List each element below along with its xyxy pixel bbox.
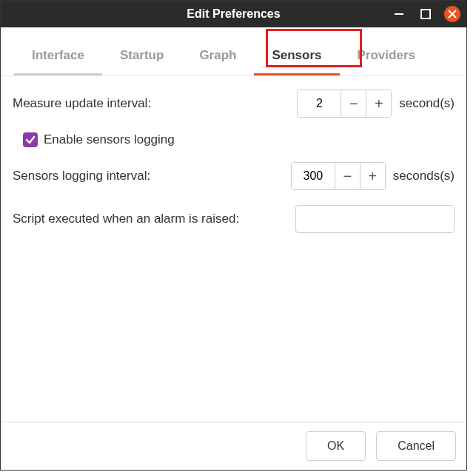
tab-graph[interactable]: Graph: [181, 39, 254, 75]
window-title: Edit Preferences: [187, 7, 280, 21]
measure-interval-unit: second(s): [399, 96, 455, 111]
tab-bar: Interface Startup Graph Sensors Provider…: [1, 27, 466, 76]
window-controls: [391, 1, 460, 27]
maximize-button[interactable]: [418, 6, 434, 22]
measure-interval-label: Measure update interval:: [13, 96, 151, 111]
enable-logging-label: Enable sensors logging: [44, 132, 175, 147]
alarm-script-input[interactable]: [295, 205, 455, 233]
close-icon: [448, 10, 457, 18]
preferences-dialog: Edit Preferences Interface Startup Graph…: [0, 0, 467, 471]
logging-increment-button[interactable]: +: [360, 163, 385, 189]
logging-interval-label: Sensors logging interval:: [13, 169, 150, 183]
tab-interface[interactable]: Interface: [14, 39, 102, 75]
alarm-script-row: Script executed when an alarm is raised:: [13, 205, 455, 233]
tab-providers[interactable]: Providers: [340, 39, 433, 75]
measure-interval-input[interactable]: [298, 90, 341, 117]
checkmark-icon: [25, 135, 36, 145]
cancel-button[interactable]: Cancel: [376, 431, 456, 461]
enable-logging-row: Enable sensors logging: [13, 132, 455, 147]
logging-decrement-button[interactable]: −: [335, 163, 360, 189]
measure-interval-row: Measure update interval: − + second(s): [13, 90, 455, 118]
measure-decrement-button[interactable]: −: [341, 90, 366, 117]
minimize-button[interactable]: [391, 6, 407, 22]
titlebar: Edit Preferences: [1, 1, 466, 27]
alarm-script-label: Script executed when an alarm is raised:: [13, 212, 239, 226]
tab-startup[interactable]: Startup: [102, 39, 182, 75]
dialog-footer: OK Cancel: [1, 422, 466, 470]
logging-interval-spinner: − +: [291, 162, 386, 190]
ok-button[interactable]: OK: [306, 431, 366, 461]
measure-interval-spinner: − +: [297, 90, 392, 118]
measure-increment-button[interactable]: +: [366, 90, 391, 117]
logging-interval-unit: seconds(s): [393, 169, 455, 183]
tab-content: Measure update interval: − + second(s) E…: [1, 76, 466, 422]
enable-logging-checkbox[interactable]: [23, 132, 38, 147]
tab-sensors[interactable]: Sensors: [254, 39, 339, 75]
logging-interval-input[interactable]: [292, 163, 335, 189]
logging-interval-row: Sensors logging interval: − + seconds(s): [13, 162, 455, 190]
close-button[interactable]: [444, 6, 460, 22]
